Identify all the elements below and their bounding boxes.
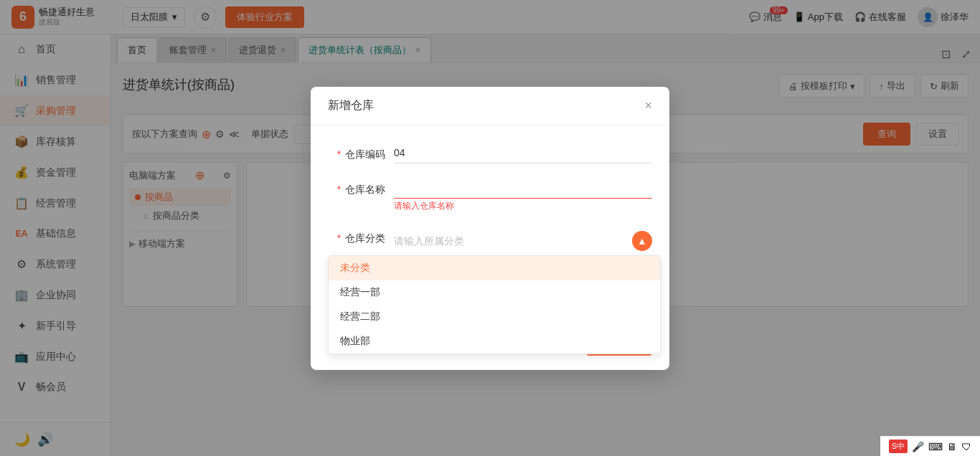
new-warehouse-modal: 新增仓库 × * 仓库编码 * 仓库名称 — [311, 87, 669, 370]
modal-header: 新增仓库 × — [311, 87, 669, 125]
code-label: * 仓库编码 — [328, 143, 385, 161]
chevron-up-icon: ▲ — [637, 235, 647, 247]
dropdown-toggle-button[interactable]: ▲ — [632, 231, 652, 251]
dropdown-option-dept3[interactable]: 物业部 — [329, 329, 660, 353]
keyboard-icon[interactable]: ⌨ — [928, 441, 943, 452]
input-method-icon[interactable]: S中 — [889, 440, 908, 453]
name-label: * 仓库名称 — [328, 178, 385, 196]
bottom-status-bar: S中 🎤 ⌨ 🖥 🛡 — [880, 436, 980, 456]
modal-close-button[interactable]: × — [644, 98, 652, 113]
name-input[interactable] — [394, 178, 652, 199]
modal-overlay: 新增仓库 × * 仓库编码 * 仓库名称 — [0, 0, 980, 456]
category-dropdown-list: 未分类 经营一部 经营二部 物业部 — [328, 255, 661, 354]
code-input[interactable] — [394, 143, 652, 163]
category-input[interactable] — [394, 235, 632, 247]
code-control — [394, 143, 652, 163]
category-input-row: ▲ — [394, 227, 652, 256]
name-error-msg: 请输入仓库名称 — [394, 200, 652, 212]
category-dropdown-wrap: ▲ 未分类 经营一部 经营二部 物业部 — [394, 227, 652, 256]
modal-body: * 仓库编码 * 仓库名称 请输入仓库名称 — [311, 125, 669, 323]
mic-icon[interactable]: 🎤 — [912, 441, 924, 452]
monitor-icon[interactable]: 🖥 — [947, 441, 957, 452]
name-control: 请输入仓库名称 — [394, 178, 652, 212]
form-row-code: * 仓库编码 — [328, 143, 652, 163]
form-row-name: * 仓库名称 请输入仓库名称 — [328, 178, 652, 212]
category-label: * 仓库分类 — [328, 227, 385, 245]
dropdown-option-dept1[interactable]: 经营一部 — [329, 280, 660, 305]
form-row-category: * 仓库分类 ▲ 未分类 经营一部 经营二部 物业部 — [328, 227, 652, 256]
dropdown-option-dept2[interactable]: 经营二部 — [329, 305, 660, 329]
shield-icon[interactable]: 🛡 — [961, 441, 971, 452]
modal-title: 新增仓库 — [328, 98, 374, 113]
dropdown-option-uncategorized[interactable]: 未分类 — [329, 256, 660, 280]
